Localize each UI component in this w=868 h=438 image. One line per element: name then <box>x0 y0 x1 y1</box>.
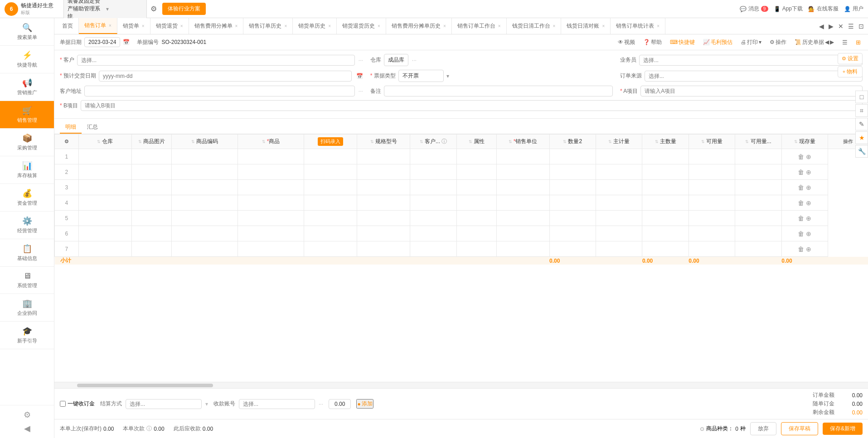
payment-dropdown-arrow[interactable]: ▾ <box>205 401 208 407</box>
order-source-input[interactable] <box>645 71 863 82</box>
cell[interactable] <box>689 226 735 241</box>
cell[interactable] <box>735 241 781 257</box>
cell[interactable] <box>131 195 171 211</box>
float-btn-2[interactable]: ⌗ <box>855 104 868 117</box>
cell[interactable] <box>496 211 549 226</box>
cell[interactable] <box>456 164 496 180</box>
cell[interactable] <box>735 180 781 195</box>
one-click-checkbox[interactable] <box>60 401 66 407</box>
tab-menu-button[interactable]: ☰ <box>846 21 856 32</box>
discard-button[interactable]: 放弃 <box>750 422 776 435</box>
cell[interactable] <box>171 241 238 257</box>
tab-close-sales-bill[interactable]: × <box>142 24 145 29</box>
cell[interactable] <box>642 195 689 211</box>
cell[interactable] <box>304 149 357 164</box>
table-tab-summary[interactable]: 汇总 <box>82 121 103 134</box>
payment-method-input[interactable] <box>126 399 202 409</box>
cell[interactable] <box>78 241 131 257</box>
cell[interactable] <box>596 226 642 241</box>
cell[interactable] <box>496 195 549 211</box>
copy-row-icon[interactable]: ⊕ <box>806 199 811 207</box>
cell[interactable] <box>596 164 642 180</box>
tab-sales-bill[interactable]: 销货单 × <box>117 18 150 34</box>
cell[interactable] <box>357 211 410 226</box>
online-service-button[interactable]: 💁 在线客服 <box>808 5 839 13</box>
cell[interactable] <box>357 149 410 164</box>
sidebar-item-enterprise[interactable]: 🏢 企业协同 <box>0 294 54 322</box>
history-prev[interactable]: ◀ <box>825 39 829 45</box>
cell[interactable] <box>735 149 781 164</box>
cell[interactable] <box>549 149 596 164</box>
help-button[interactable]: ❓ 帮助 <box>641 38 664 47</box>
scan-button[interactable]: 扫码录入 <box>318 137 343 146</box>
delete-row-icon[interactable]: 🗑 <box>798 199 804 207</box>
view-button[interactable]: 👁 视频 <box>616 38 637 47</box>
gear-button[interactable]: ⚙ <box>149 3 159 15</box>
table-tab-detail[interactable]: 明细 <box>60 121 82 134</box>
cell[interactable] <box>496 241 549 257</box>
shortcut-button[interactable]: ⌨ 快捷键 <box>668 38 697 47</box>
cell[interactable] <box>456 149 496 164</box>
sidebar-item-purchase[interactable]: 📦 采购管理 <box>0 129 54 156</box>
copy-row-icon[interactable]: ⊕ <box>806 245 811 253</box>
tab-close-expense-split[interactable]: × <box>235 24 238 29</box>
cell[interactable] <box>238 195 304 211</box>
cell[interactable] <box>171 149 238 164</box>
cell[interactable] <box>131 226 171 241</box>
bank-more-dots[interactable]: ··· <box>319 401 323 407</box>
tab-maximize-button[interactable]: ⊡ <box>857 21 866 32</box>
table-wrapper[interactable]: ⚙ ⇅ 仓库 ⇅ 商品图片 ⇅ 商品编码 ⇅ <box>54 134 868 382</box>
sidebar-item-search[interactable]: 🔍 搜索菜单 <box>0 18 54 46</box>
cell[interactable] <box>496 149 549 164</box>
float-btn-1[interactable]: □ <box>855 91 868 103</box>
tab-cash-reconcile[interactable]: 钱货日清对账 × <box>561 18 611 34</box>
cell[interactable] <box>78 226 131 241</box>
cell[interactable] <box>549 180 596 195</box>
cell[interactable] <box>357 195 410 211</box>
save-draft-button[interactable]: 保存草稿 <box>781 422 818 435</box>
delivery-date-input[interactable] <box>99 71 352 82</box>
sidebar-item-basic[interactable]: 📋 基础信息 <box>0 239 54 267</box>
cell[interactable] <box>410 149 456 164</box>
tab-close-sales-order[interactable]: × <box>109 23 112 28</box>
copy-row-icon[interactable]: ⊕ <box>806 168 811 176</box>
cell[interactable] <box>689 180 735 195</box>
sidebar-item-operations[interactable]: ⚙️ 经营管理 <box>0 212 54 239</box>
cell[interactable] <box>357 180 410 195</box>
sidebar-item-guide[interactable]: 🎓 新手引导 <box>0 322 54 349</box>
settings-side-button[interactable]: ⚙ 设置 <box>838 53 863 64</box>
cell[interactable] <box>549 195 596 211</box>
cell[interactable] <box>78 211 131 226</box>
invoice-type-value[interactable]: 不开票 <box>398 70 444 82</box>
sidebar-settings-icon[interactable]: ⚙ <box>24 410 31 420</box>
sidebar-item-inventory[interactable]: 📊 库存核算 <box>0 156 54 184</box>
warehouse-value[interactable]: 成品库 <box>384 54 408 66</box>
cell[interactable] <box>642 211 689 226</box>
cell[interactable] <box>456 180 496 195</box>
invoice-type-arrow[interactable]: ▾ <box>446 73 449 79</box>
cell[interactable] <box>549 211 596 226</box>
copy-row-icon[interactable]: ⊕ <box>806 230 811 237</box>
tab-close-order-workbench[interactable]: × <box>498 24 501 29</box>
tab-close-cash-daily[interactable]: × <box>553 24 556 29</box>
copy-row-icon[interactable]: ⊕ <box>806 215 811 222</box>
tab-order-workbench[interactable]: 销售订单工作台 × <box>452 18 507 34</box>
cell[interactable] <box>456 226 496 241</box>
cell[interactable] <box>456 195 496 211</box>
delete-row-icon[interactable]: 🗑 <box>798 245 804 253</box>
cell[interactable] <box>238 226 304 241</box>
history-next[interactable]: ▶ <box>830 39 834 45</box>
tab-return-history[interactable]: 销货退货历史 × <box>337 18 386 34</box>
one-click-checkbox-area[interactable]: 一键收订金 <box>60 400 95 408</box>
tab-bill-history[interactable]: 销货单历史 × <box>293 18 337 34</box>
cell[interactable] <box>689 195 735 211</box>
customer-address-input[interactable] <box>84 86 355 96</box>
cell[interactable] <box>410 241 456 257</box>
cell[interactable] <box>410 195 456 211</box>
history-button[interactable]: 📜 历史单据 ◀ ▶ <box>793 38 836 47</box>
cell[interactable] <box>735 195 781 211</box>
cell[interactable] <box>642 226 689 241</box>
customer-more-dots[interactable]: ··· <box>359 57 363 63</box>
cell[interactable] <box>357 241 410 257</box>
sidebar-item-sales[interactable]: 🛒 销售管理 <box>0 101 54 129</box>
